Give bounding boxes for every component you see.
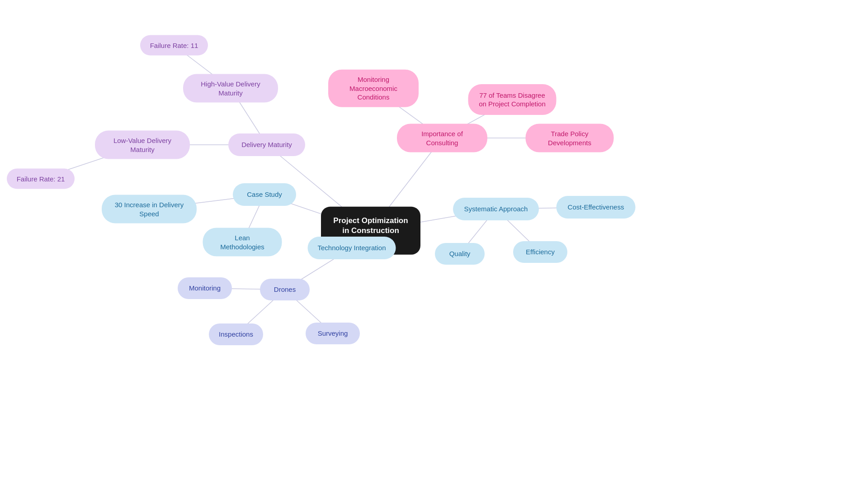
node-quality[interactable]: Quality — [435, 243, 485, 265]
node-case-study[interactable]: Case Study — [233, 183, 296, 206]
node-efficiency[interactable]: Efficiency — [513, 241, 567, 263]
node-monitoring-macro[interactable]: Monitoring Macroeconomic Conditions — [328, 70, 419, 107]
node-cost-effectiveness[interactable]: Cost-Effectiveness — [557, 196, 636, 219]
node-30-increase[interactable]: 30 Increase in Delivery Speed — [102, 195, 197, 224]
node-technology-integration[interactable]: Technology Integration — [308, 237, 396, 259]
node-surveying[interactable]: Surveying — [306, 323, 360, 344]
node-low-value[interactable]: Low-Value Delivery Maturity — [95, 131, 190, 159]
node-inspections[interactable]: Inspections — [209, 323, 263, 345]
node-failure-rate-21[interactable]: Failure Rate: 21 — [7, 169, 75, 189]
mind-map: Project Optimization in Construction Con… — [0, 0, 868, 490]
node-lean-methodologies[interactable]: Lean Methodologies — [203, 228, 282, 257]
node-systematic-approach[interactable]: Systematic Approach — [453, 198, 539, 220]
node-trade-policy[interactable]: Trade Policy Developments — [526, 124, 614, 152]
node-high-value[interactable]: High-Value Delivery Maturity — [183, 74, 278, 103]
node-77-teams[interactable]: 77 of Teams Disagree on Project Completi… — [468, 84, 557, 115]
node-drones[interactable]: Drones — [260, 279, 310, 300]
node-delivery-maturity[interactable]: Delivery Maturity — [228, 133, 305, 156]
node-failure-rate-11[interactable]: Failure Rate: 11 — [140, 35, 208, 56]
node-importance-consulting[interactable]: Importance of Consulting — [397, 124, 487, 152]
node-monitoring-drone[interactable]: Monitoring — [178, 277, 232, 299]
connections-svg — [0, 0, 868, 490]
